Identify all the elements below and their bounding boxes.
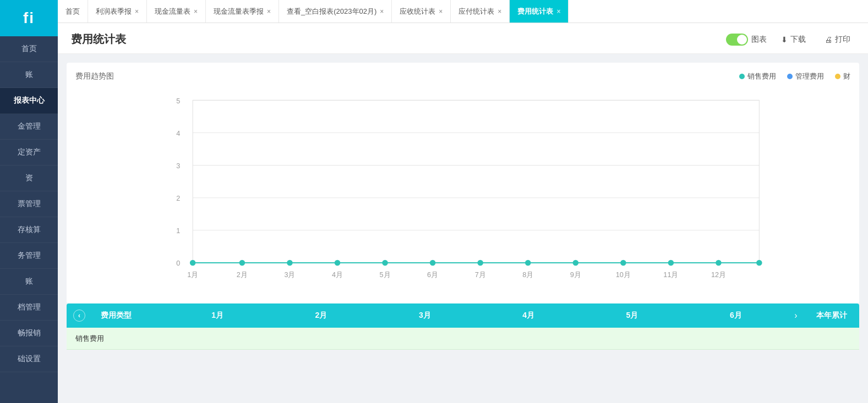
svg-text:4月: 4月 bbox=[332, 271, 343, 279]
chart-toggle-label: 图表 bbox=[751, 35, 767, 45]
close-cashflow-quarter-tab[interactable]: × bbox=[267, 8, 271, 15]
svg-text:3月: 3月 bbox=[284, 271, 295, 279]
chart-title: 费用趋势图 bbox=[75, 71, 114, 81]
print-icon: 🖨 bbox=[825, 35, 832, 44]
svg-point-21 bbox=[573, 260, 579, 266]
svg-text:6月: 6月 bbox=[427, 271, 438, 279]
svg-point-24 bbox=[716, 260, 722, 266]
tab-profit[interactable]: 利润表季报 × bbox=[88, 0, 147, 23]
th-type-label: 费用类型 bbox=[101, 311, 132, 321]
tab-payable[interactable]: 应付统计表 × bbox=[451, 0, 510, 23]
svg-point-18 bbox=[430, 260, 436, 266]
svg-point-16 bbox=[335, 260, 341, 266]
download-icon: ⬇ bbox=[781, 35, 788, 44]
legend-mgmt: 管理费用 bbox=[787, 71, 824, 81]
svg-point-13 bbox=[190, 260, 196, 266]
tab-cashflow[interactable]: 现金流量表 × bbox=[147, 0, 206, 23]
legend-sales: 销售费用 bbox=[739, 71, 776, 81]
svg-text:12月: 12月 bbox=[711, 271, 726, 279]
sidebar-item-service[interactable]: 务管理 bbox=[0, 243, 58, 269]
download-button[interactable]: ⬇ 下载 bbox=[777, 32, 810, 47]
sidebar-item-fixed-assets[interactable]: 定资产 bbox=[0, 140, 58, 165]
svg-text:5: 5 bbox=[176, 97, 180, 105]
close-receivable-tab[interactable]: × bbox=[439, 8, 443, 15]
svg-text:1: 1 bbox=[176, 227, 180, 235]
th-total: 本年累计 bbox=[804, 311, 859, 321]
page-header: 费用统计表 图表 ⬇ 下载 🖨 打印 bbox=[58, 23, 868, 54]
svg-rect-12 bbox=[193, 100, 759, 263]
sidebar-item-finance[interactable]: 金管理 bbox=[0, 114, 58, 140]
main-area: 首页 利润表季报 × 现金流量表 × 现金流量表季报 × 查看_空白报表(202… bbox=[58, 0, 868, 403]
close-profit-tab[interactable]: × bbox=[135, 8, 139, 15]
svg-point-14 bbox=[239, 260, 245, 266]
svg-point-25 bbox=[756, 260, 762, 266]
svg-text:8月: 8月 bbox=[522, 271, 533, 279]
table-header-row: ‹ 费用类型 1月 2月 3月 4月 5月 6月 › 本年累计 bbox=[67, 303, 859, 328]
print-button[interactable]: 🖨 打印 bbox=[820, 32, 855, 47]
sidebar-item-ledger[interactable]: 账 bbox=[0, 269, 58, 295]
chart-header: 费用趋势图 销售费用 管理费用 财 bbox=[75, 71, 850, 81]
chart-toggle-wrap: 图表 bbox=[726, 34, 767, 46]
svg-text:0: 0 bbox=[176, 260, 180, 267]
sidebar-item-settings[interactable]: 础设置 bbox=[0, 346, 58, 372]
sidebar-item-invoice[interactable]: 票管理 bbox=[0, 191, 58, 217]
sidebar-item-home[interactable]: 首页 bbox=[0, 36, 58, 62]
table-nav-left[interactable]: ‹ bbox=[73, 310, 85, 322]
legend-label-finance: 财 bbox=[843, 71, 850, 81]
tab-cashflow-quarter[interactable]: 现金流量表季报 × bbox=[206, 0, 279, 23]
table-row-sales: 销售费用 bbox=[67, 328, 859, 350]
sidebar-item-resource[interactable]: 资 bbox=[0, 165, 58, 191]
svg-text:9月: 9月 bbox=[570, 271, 581, 279]
header-actions: 图表 ⬇ 下载 🖨 打印 bbox=[726, 32, 855, 47]
svg-point-15 bbox=[287, 260, 293, 266]
th-month-3: 3月 bbox=[373, 311, 477, 321]
print-label: 打印 bbox=[835, 35, 850, 45]
sidebar-item-account[interactable]: 账 bbox=[0, 62, 58, 88]
tab-expense-stat[interactable]: 费用统计表 × bbox=[510, 0, 569, 23]
close-cashflow-tab[interactable]: × bbox=[194, 8, 198, 15]
th-type: ‹ 费用类型 bbox=[67, 310, 166, 322]
legend-dot-finance bbox=[835, 74, 840, 79]
svg-text:3: 3 bbox=[176, 162, 180, 170]
svg-point-23 bbox=[668, 260, 674, 266]
legend-dot-mgmt bbox=[787, 74, 793, 79]
th-month-1: 1月 bbox=[166, 311, 269, 321]
sidebar-item-archive[interactable]: 档管理 bbox=[0, 295, 58, 321]
legend-label-mgmt: 管理费用 bbox=[795, 71, 824, 81]
svg-text:7月: 7月 bbox=[475, 271, 486, 279]
row-label-sales: 销售费用 bbox=[67, 334, 166, 344]
th-month-6: 6月 bbox=[684, 311, 788, 321]
svg-point-20 bbox=[525, 260, 531, 266]
svg-text:2月: 2月 bbox=[237, 271, 248, 279]
tab-blank-report[interactable]: 查看_空白报表(2023年02月) × bbox=[279, 0, 392, 23]
legend-finance: 财 bbox=[835, 71, 850, 81]
chart-legend: 销售费用 管理费用 财 bbox=[739, 71, 850, 81]
th-month-5: 5月 bbox=[580, 311, 684, 321]
close-payable-tab[interactable]: × bbox=[498, 8, 501, 15]
legend-dot-sales bbox=[739, 74, 745, 79]
svg-text:1月: 1月 bbox=[187, 271, 198, 279]
table-section: ‹ 费用类型 1月 2月 3月 4月 5月 6月 › 本年累计 销售费用 bbox=[67, 303, 859, 350]
chart-container: 费用趋势图 销售费用 管理费用 财 bbox=[67, 63, 859, 303]
svg-point-19 bbox=[477, 260, 483, 266]
sidebar-logo: fi bbox=[0, 0, 58, 36]
sidebar-item-inventory[interactable]: 存核算 bbox=[0, 217, 58, 243]
close-expense-stat-tab[interactable]: × bbox=[556, 8, 560, 15]
svg-point-17 bbox=[382, 260, 388, 266]
chart-svg: 5 4 3 2 1 0 bbox=[75, 86, 850, 295]
svg-text:10月: 10月 bbox=[616, 271, 631, 279]
tab-bar: 首页 利润表季报 × 现金流量表 × 现金流量表季报 × 查看_空白报表(202… bbox=[58, 0, 868, 23]
page-title: 费用统计表 bbox=[71, 32, 126, 47]
tab-receivable[interactable]: 应收统计表 × bbox=[392, 0, 451, 23]
chart-toggle[interactable] bbox=[726, 34, 748, 46]
close-blank-report-tab[interactable]: × bbox=[380, 8, 384, 15]
svg-point-22 bbox=[620, 260, 626, 266]
svg-text:4: 4 bbox=[176, 130, 180, 137]
sidebar: fi 首页 账 报表中心 金管理 定资产 资 票管理 存核算 务管理 账 档管理… bbox=[0, 0, 58, 403]
download-label: 下载 bbox=[790, 35, 806, 45]
tab-home[interactable]: 首页 bbox=[58, 0, 88, 23]
svg-text:11月: 11月 bbox=[663, 271, 678, 279]
sidebar-item-report-center[interactable]: 报表中心 bbox=[0, 88, 58, 114]
table-nav-right[interactable]: › bbox=[788, 311, 804, 321]
sidebar-item-expense[interactable]: 畅报销 bbox=[0, 321, 58, 346]
